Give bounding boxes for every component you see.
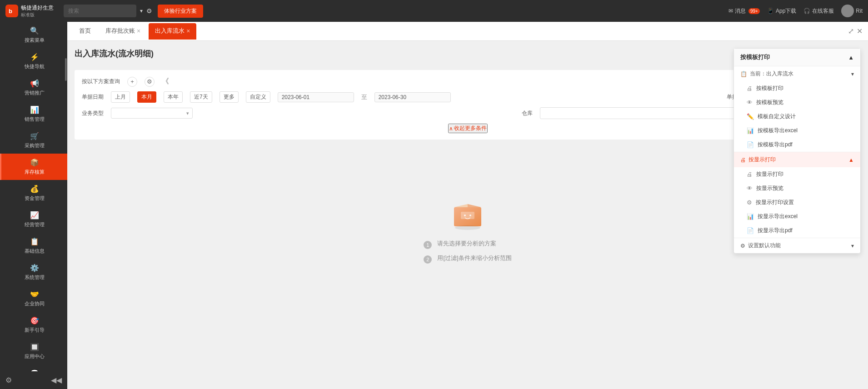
current-section-label: 当前：出入库流水 — [750, 70, 793, 78]
sidebar-item-shortcut[interactable]: ⚡ 快捷导航 — [0, 48, 67, 75]
sidebar-item-basic[interactable]: 📋 基础信息 — [0, 233, 67, 259]
date-to-input[interactable] — [374, 92, 451, 102]
template-preview-label: 按模板预览 — [756, 99, 783, 106]
trial-btn[interactable]: 体验行业方案 — [158, 5, 203, 18]
hint-item-1: 1 请先选择要分析的方案 — [424, 239, 496, 250]
sidebar-item-operation[interactable]: 📈 经营管理 — [0, 206, 67, 233]
empty-illustration — [447, 191, 488, 232]
operation-icon: 📈 — [30, 211, 39, 219]
dropdown-item-display-print[interactable]: 🖨 按显示打印 — [734, 167, 860, 181]
dropdown-item-template-pdf[interactable]: 📄 按模板导出pdf — [734, 138, 860, 152]
tab-batch[interactable]: 库存批次账 × — [99, 23, 147, 40]
app-download-label: App下载 — [776, 7, 796, 15]
excel-icon-1: 📊 — [747, 127, 754, 134]
dropdown-item-template-print[interactable]: 🖨 按模板打印 — [734, 81, 860, 95]
display-section: 🖨 按显示打印 ▲ 🖨 按显示打印 👁 按显示预览 ⚙ — [734, 152, 860, 238]
header-dropdown-btn[interactable]: ▾ — [140, 8, 143, 14]
date-btn-more[interactable]: 更多 — [219, 91, 239, 103]
print-dropdown-menu: 按模板打印 ▲ 📋 当前：出入库流水 ▾ 🖨 按模板 — [733, 48, 861, 254]
sidebar-scroll: 🔍 搜索菜单 ⚡ 快捷导航 📢 营销推广 📊 销售管理 🛒 采购管理 📦 — [0, 22, 67, 371]
filter-label: 按以下方案查询 — [82, 78, 120, 85]
current-section-header[interactable]: 📋 当前：出入库流水 ▾ — [734, 66, 860, 81]
date-btn-last-month[interactable]: 上月 — [111, 91, 130, 103]
tab-flow-close[interactable]: × — [186, 27, 190, 35]
tab-bar: 首页 库存批次账 × 出入库流水 × ⤢ ✕ — [67, 22, 868, 41]
sidebar-item-guide[interactable]: 🎯 新手引导 — [0, 312, 67, 338]
sidebar-label-inventory: 库存核算 — [25, 169, 45, 175]
sidebar-item-purchase[interactable]: 🛒 采购管理 — [0, 127, 67, 154]
dropdown-item-display-excel[interactable]: 📊 按显示导出excel — [734, 209, 860, 224]
sidebar-item-search[interactable]: 🔍 搜索菜单 — [0, 22, 67, 48]
excel-icon-2: 📊 — [747, 213, 754, 220]
business-select-wrapper — [111, 108, 193, 119]
collapse-btn[interactable]: ∧ 收起更多条件 — [448, 124, 488, 133]
sidebar-label-system: 系统管理 — [25, 274, 45, 281]
design-icon: ✏️ — [747, 113, 754, 120]
dropdown-item-template-preview[interactable]: 👁 按模板预览 — [734, 95, 860, 110]
sidebar-item-system[interactable]: ⚙️ 系统管理 — [0, 259, 67, 285]
tab-close-all-btn[interactable]: ✕ — [857, 27, 863, 35]
hint-text-2: 用[过滤]条件来缩小分析范围 — [437, 254, 511, 262]
sidebar-label-app-center: 应用中心 — [25, 353, 45, 360]
tab-maximize-btn[interactable]: ⤢ — [848, 27, 854, 35]
sales-icon: 📊 — [30, 105, 39, 114]
message-label: 消息 — [735, 7, 746, 15]
date-btn-this-month[interactable]: 本月 — [137, 91, 156, 103]
sidebar-item-cooperation[interactable]: 🤝 企业协同 — [0, 285, 67, 312]
app-logo-icon: b — [5, 5, 18, 17]
sidebar-item-sales[interactable]: 📊 销售管理 — [0, 101, 67, 127]
system-icon: ⚙️ — [30, 264, 39, 272]
message-icon: ✉ — [728, 8, 733, 14]
sidebar-item-inventory[interactable]: 📦 库存核算 — [0, 154, 67, 180]
date-btn-7days[interactable]: 近7天 — [190, 91, 212, 103]
user-name: Rit — [856, 8, 863, 14]
dropdown-item-template-excel[interactable]: 📊 按模板导出excel — [734, 124, 860, 138]
business-select[interactable] — [111, 108, 193, 119]
sidebar-label-purchase: 采购管理 — [25, 142, 45, 149]
app-center-icon: 🔲 — [30, 343, 39, 351]
chevron-up-icon-dropdown: ▲ — [848, 54, 854, 61]
dropdown-item-template-design[interactable]: ✏️ 模板自定义设计 — [734, 110, 860, 124]
hint-number-1: 1 — [424, 241, 432, 249]
tab-home[interactable]: 首页 — [73, 23, 97, 40]
date-from-input[interactable] — [278, 92, 354, 102]
preview-icon-2: 👁 — [747, 185, 753, 192]
add-filter-btn[interactable]: + — [127, 77, 137, 87]
sidebar-bottom: ⚙ ◀◀ — [0, 371, 67, 389]
sidebar-item-finance[interactable]: 💰 资金管理 — [0, 180, 67, 206]
dropdown-item-display-pdf[interactable]: 📄 按显示导出pdf — [734, 224, 860, 238]
filter-collapse-toggle[interactable]: 《 — [162, 77, 169, 86]
sidebar-collapse-icon[interactable]: ◀◀ — [51, 376, 62, 384]
dropdown-item-display-preview[interactable]: 👁 按显示预览 — [734, 181, 860, 195]
dropdown-title: 按模板打印 — [740, 53, 770, 61]
message-btn[interactable]: ✉ 消息 99+ — [728, 7, 760, 15]
template-pdf-label: 按模板导出pdf — [758, 141, 793, 149]
date-btn-this-year[interactable]: 本年 — [164, 91, 183, 103]
sidebar-item-wechat[interactable]: 💬 企业微信 — [0, 364, 67, 371]
print-icon-2: 🖨 — [747, 171, 753, 178]
finance-icon: 💰 — [30, 185, 39, 193]
footer-icon: ⚙ — [740, 243, 745, 249]
sidebar-item-app-center[interactable]: 🔲 应用中心 — [0, 338, 67, 364]
app-download-btn[interactable]: 📱 App下载 — [767, 7, 796, 15]
display-section-header[interactable]: 🖨 按显示打印 ▲ — [734, 152, 860, 167]
content-area: 首页 库存批次账 × 出入库流水 × ⤢ ✕ 出入库流水(流水明细) — [67, 22, 868, 389]
tab-batch-close[interactable]: × — [137, 27, 140, 35]
dropdown-item-display-settings[interactable]: ⚙ 按显示打印设置 — [734, 195, 860, 209]
current-section-icon: 📋 — [740, 71, 747, 77]
chevron-down-icon: ▾ — [140, 8, 143, 14]
page-content: 出入库流水(流水明细) 🖨 按模板打印 ▲ ↑ 导出 ↻ 刷新 — [67, 41, 868, 389]
header-search-input[interactable] — [64, 5, 136, 17]
header-right: ✉ 消息 99+ 📱 App下载 🎧 在线客服 Rit — [728, 5, 863, 17]
tab-flow[interactable]: 出入库流水 × — [149, 23, 196, 40]
user-avatar-btn[interactable]: Rit — [841, 5, 863, 17]
gear-icon[interactable]: ⚙ — [146, 7, 152, 15]
filter-settings-btn[interactable]: ⚙ — [145, 77, 155, 87]
sidebar-item-marketing[interactable]: 📢 营销推广 — [0, 75, 67, 101]
sidebar-settings-icon[interactable]: ⚙ — [5, 376, 12, 384]
search-icon: 🔍 — [30, 26, 39, 35]
date-btn-custom[interactable]: 自定义 — [246, 91, 270, 103]
online-service-btn[interactable]: 🎧 在线客服 — [803, 7, 834, 15]
preview-icon-1: 👁 — [747, 99, 753, 106]
dropdown-footer[interactable]: ⚙ 设置默认功能 ▾ — [734, 238, 860, 253]
